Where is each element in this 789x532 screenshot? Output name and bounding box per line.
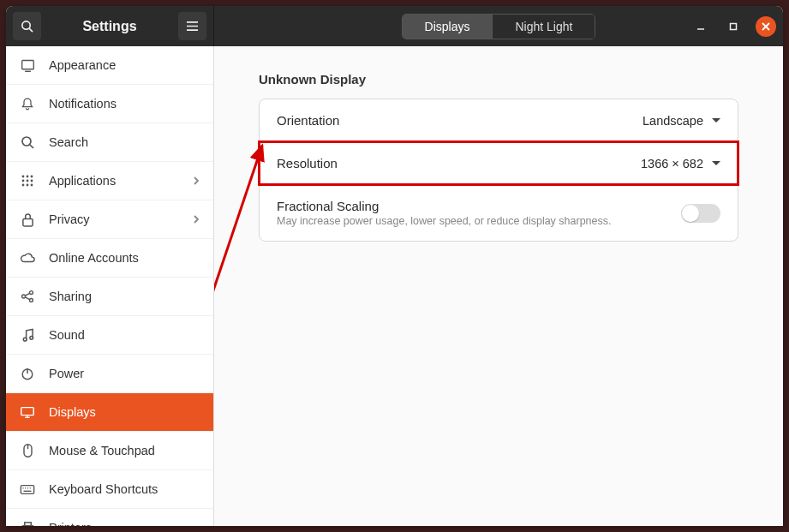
sidebar-item-search[interactable]: Search bbox=[6, 123, 213, 162]
tab-night-light[interactable]: Night Light bbox=[493, 15, 595, 39]
sidebar-item-privacy[interactable]: Privacy bbox=[6, 200, 213, 239]
svg-line-46 bbox=[214, 146, 262, 293]
svg-line-12 bbox=[30, 145, 33, 148]
svg-point-29 bbox=[29, 336, 33, 339]
lock-icon bbox=[20, 212, 35, 227]
search-button[interactable] bbox=[13, 12, 41, 40]
appearance-icon bbox=[20, 57, 35, 73]
sidebar-item-mouse-touchpad[interactable]: Mouse & Touchpad bbox=[6, 432, 213, 470]
tab-displays[interactable]: Displays bbox=[403, 15, 493, 39]
share-icon bbox=[20, 289, 35, 304]
fractional-label: Fractional Scaling bbox=[277, 199, 612, 213]
fractional-scaling-toggle[interactable] bbox=[681, 204, 720, 223]
chevron-down-icon bbox=[712, 118, 720, 123]
svg-line-1 bbox=[29, 28, 33, 32]
titlebar: Settings Displays Night Light bbox=[6, 6, 783, 46]
svg-point-17 bbox=[27, 180, 29, 182]
search-icon bbox=[21, 20, 33, 33]
sidebar-item-notifications[interactable]: Notifications bbox=[6, 85, 213, 123]
sidebar-item-label: Mouse & Touchpad bbox=[49, 444, 155, 457]
sidebar-item-label: Displays bbox=[49, 405, 96, 419]
sidebar-item-label: Appearance bbox=[49, 58, 116, 72]
display-icon bbox=[20, 404, 35, 420]
sidebar-item-online-accounts[interactable]: Online Accounts bbox=[6, 239, 213, 278]
chevron-down-icon bbox=[712, 161, 720, 165]
sidebar-item-label: Online Accounts bbox=[49, 251, 139, 265]
music-icon bbox=[20, 327, 35, 343]
sidebar-item-label: Sharing bbox=[49, 290, 92, 303]
svg-rect-44 bbox=[24, 523, 31, 526]
svg-rect-32 bbox=[21, 408, 33, 415]
close-icon bbox=[762, 22, 770, 31]
maximize-icon bbox=[729, 22, 738, 31]
minimize-button[interactable] bbox=[690, 16, 711, 37]
sidebar-item-displays[interactable]: Displays bbox=[6, 393, 213, 432]
sidebar-item-label: Notifications bbox=[49, 97, 117, 111]
orientation-row[interactable]: Orientation Landscape bbox=[260, 99, 738, 142]
grid-icon bbox=[20, 173, 35, 188]
orientation-label: Orientation bbox=[277, 113, 339, 128]
app-title: Settings bbox=[48, 19, 171, 34]
svg-point-21 bbox=[31, 184, 33, 187]
svg-point-25 bbox=[29, 298, 33, 302]
chevron-right-icon bbox=[193, 214, 200, 224]
svg-point-11 bbox=[22, 137, 31, 146]
sidebar[interactable]: AppearanceNotificationsSearchApplication… bbox=[6, 46, 214, 526]
svg-point-18 bbox=[31, 180, 33, 182]
svg-point-28 bbox=[23, 338, 27, 341]
svg-point-24 bbox=[29, 291, 33, 295]
sidebar-item-appearance[interactable]: Appearance bbox=[6, 46, 213, 85]
svg-rect-37 bbox=[21, 485, 33, 493]
keyboard-icon bbox=[20, 481, 35, 497]
titlebar-right: Displays Night Light bbox=[214, 6, 783, 46]
close-button[interactable] bbox=[756, 16, 776, 37]
content-area: Unknown Display Orientation Landscape Re… bbox=[214, 46, 783, 526]
svg-rect-9 bbox=[21, 60, 33, 69]
sidebar-item-label: Printers bbox=[49, 521, 92, 526]
sidebar-item-label: Search bbox=[49, 135, 88, 149]
orientation-value: Landscape bbox=[643, 114, 720, 128]
settings-window: Settings Displays Night Light bbox=[6, 6, 783, 526]
sidebar-item-label: Applications bbox=[49, 174, 116, 188]
svg-point-19 bbox=[22, 184, 25, 187]
sidebar-item-applications[interactable]: Applications bbox=[6, 162, 213, 200]
svg-line-26 bbox=[25, 293, 29, 296]
sidebar-item-power[interactable]: Power bbox=[6, 355, 213, 393]
section-title: Unknown Display bbox=[259, 72, 738, 87]
resolution-label: Resolution bbox=[277, 156, 338, 170]
header-tabs: Displays Night Light bbox=[402, 14, 596, 39]
sidebar-item-label: Power bbox=[49, 367, 84, 380]
sidebar-item-sharing[interactable]: Sharing bbox=[6, 278, 213, 316]
svg-point-16 bbox=[22, 180, 25, 182]
fractional-scaling-row: Fractional Scaling May increase power us… bbox=[260, 185, 738, 241]
resolution-row[interactable]: Resolution 1366 × 682 bbox=[260, 142, 738, 185]
fractional-sublabel: May increase power usage, lower speed, o… bbox=[277, 215, 612, 227]
maximize-button[interactable] bbox=[723, 16, 744, 37]
hamburger-icon bbox=[186, 21, 199, 32]
svg-point-15 bbox=[31, 176, 33, 178]
svg-rect-22 bbox=[22, 218, 32, 225]
printer-icon bbox=[20, 520, 35, 526]
sidebar-item-sound[interactable]: Sound bbox=[6, 316, 213, 355]
sidebar-item-printers[interactable]: Printers bbox=[6, 509, 213, 526]
svg-point-14 bbox=[27, 176, 29, 178]
power-icon bbox=[20, 366, 35, 381]
svg-point-20 bbox=[27, 184, 29, 187]
mouse-icon bbox=[20, 443, 35, 458]
sidebar-item-label: Privacy bbox=[49, 212, 90, 226]
fractional-text: Fractional Scaling May increase power us… bbox=[277, 199, 612, 227]
chevron-right-icon bbox=[193, 176, 200, 186]
sidebar-item-label: Sound bbox=[49, 328, 85, 342]
resolution-value-text: 1366 × 682 bbox=[641, 157, 703, 170]
menu-button[interactable] bbox=[178, 12, 206, 40]
window-body: AppearanceNotificationsSearchApplication… bbox=[6, 46, 783, 526]
bell-icon bbox=[20, 96, 35, 111]
cloud-icon bbox=[20, 250, 35, 266]
window-controls bbox=[690, 6, 776, 46]
svg-point-13 bbox=[22, 176, 25, 178]
svg-point-0 bbox=[22, 21, 30, 29]
svg-rect-6 bbox=[731, 23, 737, 29]
svg-point-23 bbox=[22, 295, 26, 298]
sidebar-item-keyboard-shortcuts[interactable]: Keyboard Shortcuts bbox=[6, 470, 213, 509]
search-icon bbox=[20, 134, 35, 150]
